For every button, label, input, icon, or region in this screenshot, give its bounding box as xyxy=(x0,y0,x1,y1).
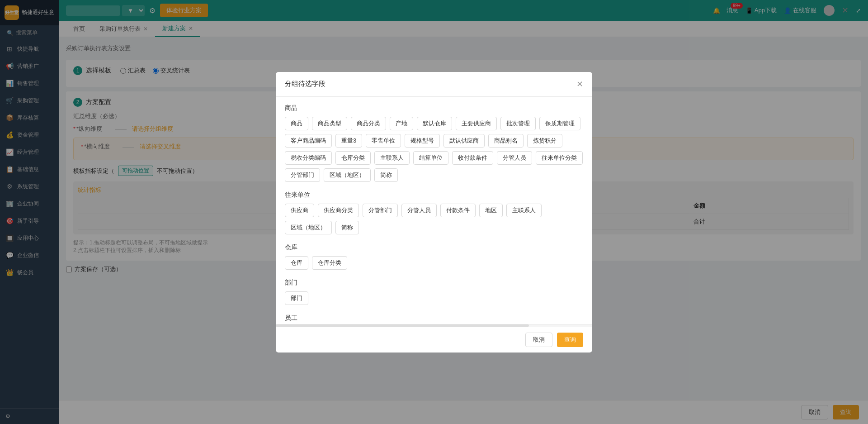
field-tag[interactable]: 客户商品编码 xyxy=(285,134,332,148)
modal-confirm-button[interactable]: 查询 xyxy=(557,333,583,347)
field-group-title-partner: 往来单位 xyxy=(285,191,583,199)
field-tag[interactable]: 保质期管理 xyxy=(539,117,580,130)
field-tags-product: 商品商品类型商品分类产地默认仓库主要供应商批次管理保质期管理客户商品编码重量3零… xyxy=(285,117,583,182)
field-tag[interactable]: 零售单位 xyxy=(366,134,401,148)
field-group-warehouse: 仓库仓库仓库分类 xyxy=(285,243,583,270)
field-tag[interactable]: 主要供应商 xyxy=(456,117,497,130)
field-tag[interactable]: 往来单位分类 xyxy=(536,151,583,165)
field-group-partner: 往来单位供应商供应商分类分管部门分管人员付款条件地区主联系人区域（地区）简称 xyxy=(285,191,583,234)
modal-overlay[interactable]: 分组待选字段 ✕ 商品商品商品类型商品分类产地默认仓库主要供应商批次管理保质期管… xyxy=(0,0,868,424)
field-group-title-department: 部门 xyxy=(285,279,583,287)
field-tag[interactable]: 供应商 xyxy=(285,204,314,217)
field-tag[interactable]: 简称 xyxy=(335,221,359,234)
field-tag[interactable]: 商品类型 xyxy=(312,117,347,130)
field-group-title-employee: 员工 xyxy=(285,314,583,322)
field-tag[interactable]: 默认供应商 xyxy=(443,134,485,148)
field-tag[interactable]: 仓库 xyxy=(285,256,308,270)
field-tag[interactable]: 批次管理 xyxy=(500,117,536,130)
field-tags-warehouse: 仓库仓库分类 xyxy=(285,256,583,270)
field-tag[interactable]: 税收分类编码 xyxy=(285,151,332,165)
field-tags-partner: 供应商供应商分类分管部门分管人员付款条件地区主联系人区域（地区）简称 xyxy=(285,204,583,234)
field-tag[interactable]: 分管人员 xyxy=(497,151,532,165)
field-tag[interactable]: 拣货积分 xyxy=(527,134,562,148)
field-tag[interactable]: 地区 xyxy=(479,204,503,217)
field-tag[interactable]: 仓库分类 xyxy=(312,256,347,270)
field-tags-department: 部门 xyxy=(285,291,583,305)
field-tag[interactable]: 供应商分类 xyxy=(318,204,359,217)
field-tag[interactable]: 分管人员 xyxy=(401,204,437,217)
modal-horizontal-scrollbar[interactable] xyxy=(276,324,592,327)
field-group-title-product: 商品 xyxy=(285,104,583,112)
field-tag[interactable]: 区域（地区） xyxy=(285,221,332,234)
field-tag[interactable]: 分管部门 xyxy=(285,168,320,182)
field-group-department: 部门部门 xyxy=(285,279,583,305)
modal-title: 分组待选字段 xyxy=(285,80,326,88)
field-tag[interactable]: 区域（地区） xyxy=(324,168,371,182)
field-tag[interactable]: 商品 xyxy=(285,117,308,130)
modal-cancel-button[interactable]: 取消 xyxy=(525,333,552,347)
field-tag[interactable]: 规格型号 xyxy=(405,134,440,148)
field-group-product: 商品商品商品类型商品分类产地默认仓库主要供应商批次管理保质期管理客户商品编码重量… xyxy=(285,104,583,182)
field-tag[interactable]: 仓库分类 xyxy=(335,151,371,165)
field-tag[interactable]: 主联系人 xyxy=(374,151,410,165)
field-group-employee: 员工业务员 xyxy=(285,314,583,324)
field-tag[interactable]: 付款条件 xyxy=(440,204,476,217)
field-tag[interactable]: 简称 xyxy=(374,168,398,182)
field-tag[interactable]: 主联系人 xyxy=(506,204,542,217)
modal-close-button[interactable]: ✕ xyxy=(576,79,583,89)
field-tag[interactable]: 收付款条件 xyxy=(452,151,493,165)
field-group-title-warehouse: 仓库 xyxy=(285,243,583,252)
field-tag[interactable]: 商品别名 xyxy=(488,134,524,148)
field-tag[interactable]: 默认仓库 xyxy=(417,117,452,130)
field-tag[interactable]: 重量3 xyxy=(335,134,362,148)
field-tag[interactable]: 商品分类 xyxy=(351,117,386,130)
field-tag[interactable]: 产地 xyxy=(390,117,413,130)
modal-header: 分组待选字段 ✕ xyxy=(276,72,592,97)
modal-body: 商品商品商品类型商品分类产地默认仓库主要供应商批次管理保质期管理客户商品编码重量… xyxy=(276,97,592,324)
modal-footer: 取消 查询 xyxy=(276,327,592,353)
field-tag[interactable]: 部门 xyxy=(285,291,308,305)
modal: 分组待选字段 ✕ 商品商品商品类型商品分类产地默认仓库主要供应商批次管理保质期管… xyxy=(276,72,592,353)
field-tag[interactable]: 分管部门 xyxy=(363,204,398,217)
field-tag[interactable]: 结算单位 xyxy=(413,151,448,165)
